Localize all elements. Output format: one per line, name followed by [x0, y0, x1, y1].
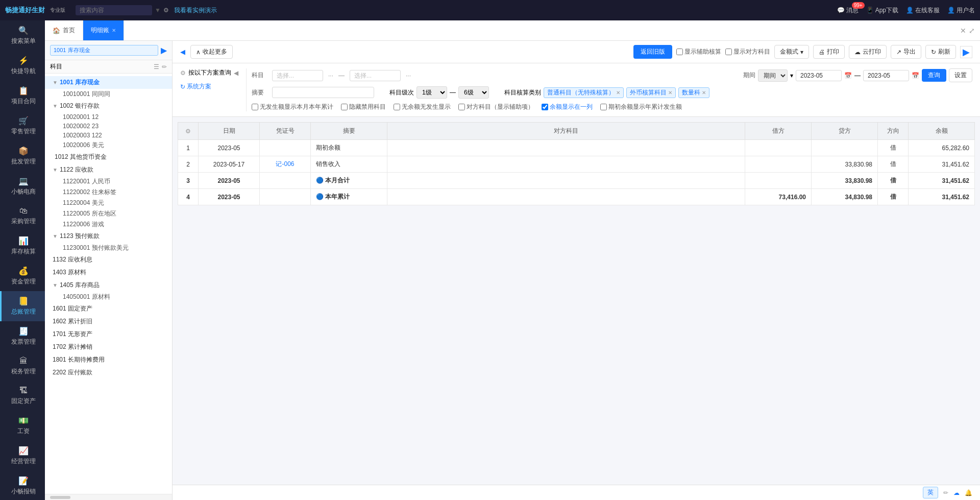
cb-hide-disabled[interactable]: 隐藏禁用科目: [341, 103, 386, 111]
tree-node-1701[interactable]: 1701 无形资产: [45, 328, 172, 341]
tree-child-11220006[interactable]: 11220006 游戏: [45, 219, 172, 230]
cb-period-init[interactable]: 期初余额显示年累计发生额: [600, 103, 682, 111]
tree-child-10020006[interactable]: 10020006 美元: [45, 140, 172, 151]
tree-node-1001[interactable]: ▼ 1001 库存现金: [45, 76, 172, 89]
tab-close-btn[interactable]: ✕: [112, 28, 116, 33]
summary-input[interactable]: [272, 87, 374, 98]
sidebar-item-ledger[interactable]: 📒 总账管理: [0, 291, 45, 321]
app-download-btn[interactable]: 📱 App下载: [866, 6, 898, 15]
collapse-left-icon[interactable]: ◀: [180, 48, 185, 56]
tab-collapse-icon[interactable]: ✕: [960, 27, 966, 35]
tree-node-1012[interactable]: 1012 其他货币资金: [45, 151, 172, 163]
sidebar-item-inventory[interactable]: 📊 库存核算: [0, 231, 45, 261]
row-voucher[interactable]: 记-006: [260, 156, 311, 173]
amount-style-btn[interactable]: 金额式 ▾: [774, 45, 809, 59]
tab-home[interactable]: 🏠 首页: [45, 20, 83, 40]
cloud-print-btn[interactable]: ☁ 云打印: [849, 45, 887, 59]
tree-node-1602[interactable]: 1602 累计折旧: [45, 315, 172, 328]
level-from-select[interactable]: 1级: [416, 86, 447, 99]
sidebar-item-purchase[interactable]: 🛍 采购管理: [0, 201, 45, 231]
show-auxiliary-checkbox[interactable]: 显示辅助核算: [676, 47, 721, 56]
sidebar-item-quicknav[interactable]: ⚡ 快捷导航: [0, 51, 45, 81]
tree-child-11220005[interactable]: 11220005 所在地区: [45, 208, 172, 219]
tree-child-14050001[interactable]: 14050001 原材料: [45, 292, 172, 302]
system-plan-btn[interactable]: ↻ 系统方案: [180, 82, 238, 91]
sidebar-item-tax[interactable]: 🏛 税务管理: [0, 351, 45, 381]
edit-icon[interactable]: ✏: [943, 489, 948, 496]
collapse-filter-icon[interactable]: ◀: [234, 69, 238, 77]
tree-node-1122[interactable]: ▼ 1122 应收款: [45, 163, 172, 176]
sidebar-item-search[interactable]: 🔍 搜索菜单: [0, 20, 45, 51]
cb-opposite-subject[interactable]: 对方科目（显示辅助项）: [458, 103, 534, 111]
filter-tag-remove-icon[interactable]: ✕: [616, 90, 620, 96]
expand-more-btn[interactable]: ∧ 收起更多: [190, 45, 233, 59]
sidebar-item-expense[interactable]: 📝 小畅报销: [0, 471, 45, 500]
tree-node-1123[interactable]: ▼ 1123 预付账款: [45, 230, 172, 243]
tree-child-11220002[interactable]: 11220002 往来标签: [45, 187, 172, 198]
message-btn[interactable]: 💬 消息 99+: [837, 6, 859, 15]
lang-btn[interactable]: 英: [923, 487, 938, 498]
show-opposite-checkbox[interactable]: 显示对方科目: [725, 47, 770, 56]
sidebar-item-retail[interactable]: 🛒 零售管理: [0, 111, 45, 141]
tree-child-10020002[interactable]: 10020002 23: [45, 122, 172, 131]
tree-child-10020003[interactable]: 10020003 122: [45, 131, 172, 140]
horizontal-scrollbar[interactable]: [45, 494, 172, 500]
demo-link[interactable]: 我看看实例演示: [174, 6, 217, 15]
tree-node-1702[interactable]: 1702 累计摊销: [45, 341, 172, 353]
user-avatar[interactable]: 👤 用户名: [947, 6, 975, 15]
export-btn[interactable]: ↗ 导出: [891, 45, 921, 59]
tree-node-1801[interactable]: 1801 长期待摊费用: [45, 353, 172, 366]
sidebar-item-project[interactable]: 📋 项目合同: [0, 81, 45, 111]
calendar-start-icon[interactable]: 📅: [844, 72, 852, 79]
level-to-select[interactable]: 6级: [458, 86, 489, 99]
tree-child-11220004[interactable]: 11220004 美元: [45, 198, 172, 208]
refresh-btn[interactable]: ↻ 刷新: [925, 45, 956, 59]
sidebar-item-operations[interactable]: 📈 经营管理: [0, 441, 45, 471]
online-service-btn[interactable]: 👤 在线客服: [906, 6, 940, 15]
tree-child-11230001[interactable]: 11230001 预付账款美元: [45, 243, 172, 253]
tab-expand-icon[interactable]: ⤢: [969, 27, 975, 35]
subject-end-input[interactable]: [350, 70, 401, 81]
filter-settings-icon[interactable]: ⚙: [180, 69, 186, 77]
cb-no-balance-no-show[interactable]: 无余额无发生显示: [394, 103, 451, 111]
period-start-input[interactable]: [796, 70, 842, 81]
cb-balance-one-col[interactable]: 余额显示在一列: [542, 103, 593, 111]
voucher-link[interactable]: 记-006: [276, 160, 294, 168]
query-btn[interactable]: 查询: [922, 69, 946, 82]
calendar-end-icon[interactable]: 📅: [912, 72, 919, 79]
sidebar-item-invoice[interactable]: 🧾 发票管理: [0, 321, 45, 351]
filter-tag-remove-icon[interactable]: ✕: [668, 90, 672, 96]
settings-gear-icon[interactable]: ⚙: [163, 7, 169, 14]
tree-list-icon[interactable]: ☰: [154, 63, 159, 70]
period-type-select[interactable]: 期间: [758, 69, 788, 82]
sidebar-item-wholesale[interactable]: 📦 批发管理: [0, 141, 45, 171]
print-btn[interactable]: 🖨 打印: [813, 45, 845, 59]
tree-node-2202[interactable]: 2202 应付账款: [45, 366, 172, 379]
subject-input[interactable]: [272, 70, 323, 81]
cb-no-balance[interactable]: 无发生额显示本月本年累计: [252, 103, 333, 111]
period-end-input[interactable]: [863, 70, 909, 81]
top-search-input[interactable]: [76, 5, 152, 15]
settings-btn[interactable]: 设置: [949, 68, 972, 82]
tree-node-1002[interactable]: ▼ 1002 银行存款: [45, 100, 172, 112]
bell-icon[interactable]: 🔔: [965, 489, 972, 496]
tree-child-11220001[interactable]: 11220001 人民币: [45, 176, 172, 187]
right-panel-expand-icon[interactable]: ▶: [960, 46, 972, 58]
back-history-btn[interactable]: 返回旧版: [633, 45, 672, 59]
tree-node-1403[interactable]: 1403 原材料: [45, 266, 172, 279]
sidebar-item-salary[interactable]: 💵 工资: [0, 411, 45, 441]
tree-node-1405[interactable]: ▼ 1405 库存商品: [45, 279, 172, 292]
sidebar-item-ecommerce[interactable]: 💻 小畅电商: [0, 171, 45, 201]
tree-child-10020001[interactable]: 10020001 12: [45, 112, 172, 122]
tree-edit-icon[interactable]: ✏: [162, 63, 167, 70]
sidebar-item-funds[interactable]: 💰 资金管理: [0, 261, 45, 291]
filter-tag-remove-icon[interactable]: ✕: [702, 90, 706, 96]
navigate-right-icon[interactable]: ▶: [161, 45, 167, 55]
tree-node-1132[interactable]: 1132 应收利息: [45, 253, 172, 266]
cloud-icon[interactable]: ☁: [953, 489, 960, 496]
gear-icon[interactable]: ⚙: [185, 128, 191, 135]
sidebar-item-assets[interactable]: 🏗 固定资产: [0, 381, 45, 411]
tree-child-10010001[interactable]: 10010001 同同同: [45, 89, 172, 100]
tree-node-1601[interactable]: 1601 固定资产: [45, 302, 172, 315]
tab-detail[interactable]: 明细账 ✕: [83, 20, 124, 40]
